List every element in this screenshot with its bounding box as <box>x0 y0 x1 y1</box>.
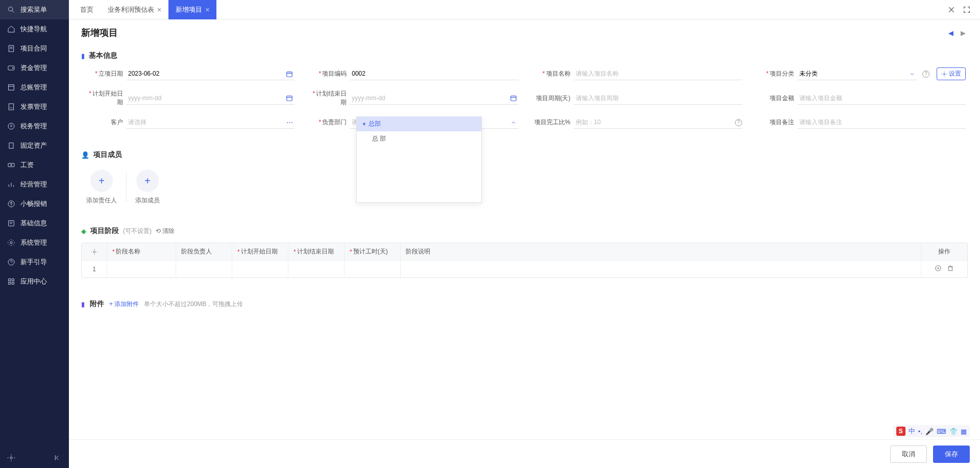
ime-tool-icon[interactable]: ▦ <box>961 428 967 435</box>
invoice-icon <box>7 103 15 111</box>
ime-skin-icon[interactable]: 👕 <box>949 428 958 435</box>
more-icon[interactable]: ⋯ <box>285 119 293 127</box>
card-stages: ◆ 项目阶段 (可不设置) ⟲ 清除 *阶段名称 阶段负责人 *计划开始日期 *… <box>76 219 973 285</box>
settings-button[interactable]: 设置 <box>937 67 966 80</box>
info-icon <box>7 219 15 227</box>
page-header: 新增项目 ◀ ▶ <box>69 19 980 44</box>
svg-rect-26 <box>12 279 14 281</box>
input-code[interactable] <box>350 67 518 80</box>
tab-home[interactable]: 首页 <box>73 0 101 19</box>
close-icon[interactable]: × <box>157 6 161 14</box>
gear-icon <box>7 239 15 247</box>
col-hours: *预计工时(天) <box>345 243 401 260</box>
dropdown-item-root[interactable]: ▼ 总部 <box>357 116 481 131</box>
calendar-icon[interactable] <box>285 70 293 78</box>
ime-mic-icon[interactable]: 🎤 <box>925 428 934 435</box>
row-index: 1 <box>82 260 107 277</box>
input-name[interactable] <box>574 67 742 80</box>
input-plan-end[interactable] <box>350 92 518 105</box>
add-owner-label: 添加责任人 <box>86 196 117 205</box>
collapse-icon[interactable] <box>54 454 62 462</box>
sidebar-item-invoice[interactable]: 发票管理 <box>0 97 69 116</box>
input-remark[interactable] <box>797 116 966 129</box>
department-dropdown: ▼ 总部 总 部 <box>356 116 482 203</box>
svg-point-0 <box>9 7 13 11</box>
ime-punct-icon[interactable]: •, <box>918 428 922 435</box>
sidebar-item-ledger[interactable]: 总账管理 <box>0 78 69 97</box>
sidebar-item-operation[interactable]: 经营管理 <box>0 175 69 194</box>
help-icon[interactable]: ? <box>735 119 742 126</box>
guide-icon <box>7 258 15 266</box>
svg-point-24 <box>8 259 14 265</box>
sidebar-item-assets[interactable]: 固定资产 <box>0 136 69 155</box>
wallet-icon <box>7 64 15 72</box>
cancel-button[interactable]: 取消 <box>890 446 927 463</box>
settings-icon[interactable] <box>7 454 15 462</box>
svg-point-41 <box>93 251 95 253</box>
sidebar-item-apps[interactable]: 应用中心 <box>0 272 69 291</box>
add-row-icon[interactable] <box>935 265 942 273</box>
input-category[interactable] <box>797 67 917 80</box>
sidebar-item-expense[interactable]: 小畅报销 <box>0 194 69 214</box>
ime-lang[interactable]: 中 <box>909 427 915 436</box>
sidebar-item-funds[interactable]: 资金管理 <box>0 58 69 78</box>
sidebar-item-system[interactable]: 系统管理 <box>0 233 69 252</box>
svg-rect-20 <box>9 221 14 226</box>
sidebar-search[interactable]: 搜索菜单 <box>0 0 69 19</box>
input-plan-start[interactable] <box>126 92 295 105</box>
prev-icon[interactable]: ◀ <box>946 28 955 37</box>
apps-icon <box>7 277 15 286</box>
card-attachments: ▮ 附件 + 添加附件 单个大小不超过200MB，可拖拽上传 <box>76 292 973 316</box>
sidebar-item-tax[interactable]: 税务管理 <box>0 116 69 136</box>
tab-profit[interactable]: 业务利润预估表× <box>101 0 168 19</box>
section-title-members: 项目成员 <box>93 150 122 159</box>
add-member-button[interactable]: + <box>136 170 159 192</box>
stage-clear[interactable]: ⟲ 清除 <box>156 227 175 236</box>
table-row[interactable]: 1 <box>82 260 967 277</box>
sidebar-item-basic[interactable]: 基础信息 <box>0 214 69 233</box>
next-icon[interactable]: ▶ <box>959 28 968 37</box>
stage-sub: (可不设置) <box>123 227 152 236</box>
close-icon[interactable]: × <box>205 6 209 14</box>
input-amount[interactable] <box>797 92 966 105</box>
input-customer[interactable] <box>126 116 295 129</box>
section-icon: ▮ <box>81 52 85 60</box>
chevron-down-icon[interactable] <box>908 70 916 78</box>
sidebar-item-guide[interactable]: 新手引导 <box>0 252 69 272</box>
save-button[interactable]: 保存 <box>933 446 970 463</box>
svg-rect-28 <box>12 282 14 284</box>
expense-icon <box>7 200 15 208</box>
ime-keyboard-icon[interactable]: ⌨ <box>937 428 946 435</box>
input-ratio[interactable] <box>574 116 742 129</box>
calendar-icon[interactable] <box>285 94 293 102</box>
sidebar-item-quicknav[interactable]: 快捷导航 <box>0 19 69 39</box>
attachment-hint: 单个大小不超过200MB，可拖拽上传 <box>144 300 243 309</box>
section-title-attach: 附件 <box>90 299 104 309</box>
member-icon: 👤 <box>81 151 89 159</box>
svg-rect-39 <box>510 96 516 101</box>
tab-newproject[interactable]: 新增项目× <box>168 0 216 19</box>
dropdown-item-child[interactable]: 总 部 <box>357 131 481 146</box>
col-start: *计划开始日期 <box>232 243 288 260</box>
add-owner-button[interactable]: + <box>90 170 113 192</box>
svg-rect-27 <box>9 282 11 284</box>
calendar-icon[interactable] <box>509 94 518 102</box>
sidebar-item-contract[interactable]: 项目合同 <box>0 39 69 58</box>
col-gear[interactable] <box>82 243 107 260</box>
svg-rect-37 <box>287 96 292 101</box>
help-icon[interactable]: ? <box>922 71 929 78</box>
fullscreen-icon[interactable] <box>962 5 972 15</box>
chart-icon <box>7 180 15 189</box>
input-date[interactable] <box>126 67 295 80</box>
col-owner: 阶段负责人 <box>176 243 232 260</box>
svg-rect-9 <box>9 104 13 110</box>
input-cycle[interactable] <box>574 92 742 105</box>
ime-logo-icon[interactable]: S <box>896 427 905 436</box>
ime-toolbar: S 中 •, 🎤 ⌨ 👕 ▦ <box>893 425 970 437</box>
add-attachment[interactable]: + 添加附件 <box>109 300 139 309</box>
close-page-icon[interactable] <box>946 5 957 15</box>
sidebar-item-salary[interactable]: 工资 <box>0 155 69 175</box>
delete-row-icon[interactable] <box>947 265 954 273</box>
svg-line-1 <box>12 11 14 12</box>
chevron-up-icon[interactable] <box>509 119 518 127</box>
